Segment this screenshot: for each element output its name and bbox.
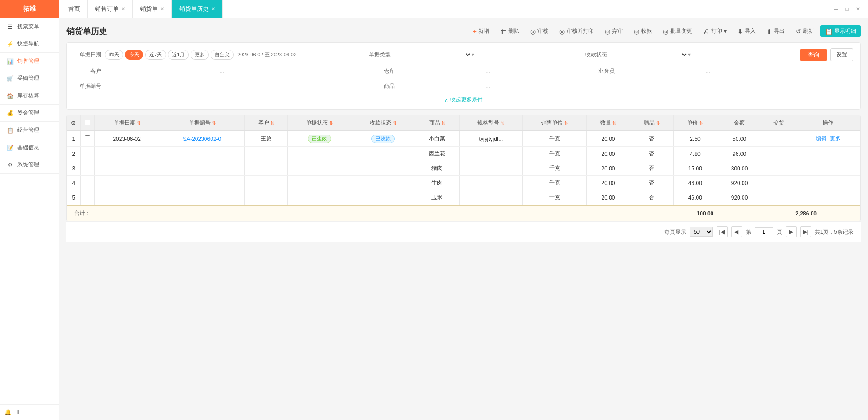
sidebar-item-ops-mgmt[interactable]: 📋 经营管理	[0, 122, 59, 139]
td-amount-4: 920.00	[717, 190, 762, 205]
sidebar-item-finance-mgmt[interactable]: 💰 资金管理	[0, 105, 59, 122]
sidebar-footer-icon1[interactable]: 🔔	[5, 409, 11, 415]
td-customer-2	[244, 161, 288, 176]
page-last-btn[interactable]: ▶|	[800, 226, 811, 237]
sidebar-item-sys-mgmt[interactable]: ⚙ 系统管理	[0, 156, 59, 174]
settings-gear-icon[interactable]: ⚙	[71, 120, 76, 126]
refresh-button[interactable]: ↺ 刷新	[791, 25, 818, 37]
filter-customer-input[interactable]	[105, 66, 214, 76]
filter-warehouse-input[interactable]	[398, 66, 480, 76]
tab-sales-history[interactable]: 销货单历史 ✕	[172, 0, 223, 18]
date-btn-7days[interactable]: 近7天	[145, 50, 166, 60]
date-btn-custom[interactable]: 自定义	[211, 50, 234, 60]
tab-sales-order-close[interactable]: ✕	[121, 6, 125, 11]
delete-button[interactable]: 🗑 删除	[496, 25, 524, 37]
chart-icon: 📊	[6, 58, 14, 65]
td-goods-0: 小白菜	[415, 131, 460, 147]
td-delivery-4	[762, 190, 796, 205]
batch-change-button[interactable]: ◎ 批量变更	[658, 25, 697, 37]
filter-goods-label: 商品	[367, 82, 395, 90]
more-btn[interactable]: 更多	[829, 135, 842, 142]
sidebar-item-sales-mgmt[interactable]: 📊 销售管理	[0, 53, 59, 70]
th-gift[interactable]: 赠品⇅	[630, 115, 673, 131]
th-pay-status[interactable]: 收款状态⇅	[351, 115, 415, 131]
date-btn-yesterday[interactable]: 昨天	[105, 50, 123, 60]
sidebar-item-search-menu[interactable]: ☰ 搜索菜单	[0, 18, 59, 35]
date-btn-1month[interactable]: 近1月	[168, 50, 189, 60]
filter-salesperson-input[interactable]	[618, 66, 700, 76]
tab-close-btn[interactable]: ✕	[853, 5, 863, 14]
th-doc-no[interactable]: 单据编号⇅	[160, 115, 244, 131]
th-doc-date[interactable]: 单据日期⇅	[94, 115, 160, 131]
filter-paystatus-select[interactable]	[612, 51, 688, 58]
page-next-btn[interactable]: ▶	[786, 226, 797, 237]
td-gift-3: 否	[630, 176, 673, 190]
th-spec[interactable]: 规格型号⇅	[459, 115, 523, 131]
doc-no-link[interactable]: SA-20230602-0	[183, 136, 221, 142]
content-area: 销货单历史 + 新增 🗑 删除 ◎ 审核 ◎ 审核并打印	[59, 18, 868, 420]
collapse-btn[interactable]: ∧ 收起更多条件	[74, 96, 853, 104]
audit-print-button[interactable]: ◎ 审核并打印	[555, 25, 598, 37]
sidebar-item-purchase-mgmt[interactable]: 🛒 采购管理	[0, 70, 59, 87]
filter-doctype-select[interactable]	[396, 51, 472, 58]
sidebar-item-label: 系统管理	[17, 161, 39, 169]
tab-sales-delivery[interactable]: 销货单 ✕	[133, 0, 172, 18]
page-first-btn[interactable]: |◀	[717, 226, 728, 237]
setting-button[interactable]: 设置	[830, 48, 853, 61]
page-prev-btn[interactable]: ◀	[731, 226, 742, 237]
audit-button[interactable]: ◎ 审核	[526, 25, 553, 37]
edit-btn[interactable]: 编辑	[815, 135, 828, 142]
td-spec-3	[459, 176, 523, 190]
customer-ellipsis[interactable]: ...	[218, 68, 226, 75]
th-doc-status[interactable]: 单据状态⇅	[288, 115, 351, 131]
page-input[interactable]	[755, 227, 773, 236]
abandon-button[interactable]: ◎ 弃审	[600, 25, 627, 37]
th-settings[interactable]: ⚙	[67, 115, 80, 131]
td-ops-3	[796, 176, 860, 190]
new-button[interactable]: + 新增	[468, 25, 494, 37]
th-unit-price[interactable]: 单价⇅	[673, 115, 717, 131]
td-qty-0: 20.00	[587, 131, 630, 147]
select-all-checkbox[interactable]	[85, 120, 90, 125]
td-unitprice-2: 15.00	[673, 161, 717, 176]
sidebar-footer-icon2[interactable]: ⏸	[15, 409, 20, 415]
tab-home[interactable]: 首页	[61, 0, 88, 18]
row-checkbox[interactable]	[85, 135, 90, 141]
tab-minimize-btn[interactable]: ─	[832, 5, 841, 14]
sidebar-item-basic-info[interactable]: 📝 基础信息	[0, 139, 59, 156]
td-spec-0: tyjyjtyjdf...	[459, 131, 523, 147]
th-qty[interactable]: 数量⇅	[587, 115, 630, 131]
tab-sales-history-close[interactable]: ✕	[211, 6, 215, 11]
filter-docno-input[interactable]	[105, 81, 214, 91]
date-btn-more[interactable]: 更多	[191, 50, 209, 60]
filter-goods-input[interactable]	[398, 81, 480, 91]
sort-icon-gift: ⇅	[656, 120, 660, 125]
sidebar-item-inventory[interactable]: 🏠 库存核算	[0, 87, 59, 105]
export-button[interactable]: ⬆ 导出	[762, 25, 789, 37]
th-customer[interactable]: 客户⇅	[244, 115, 288, 131]
print-button[interactable]: 🖨 打印 ▾	[698, 25, 731, 37]
warehouse-ellipsis[interactable]: ...	[484, 68, 492, 75]
tab-sales-delivery-close[interactable]: ✕	[161, 6, 164, 11]
sidebar-item-quick-nav[interactable]: ⚡ 快捷导航	[0, 35, 59, 53]
query-button[interactable]: 查询	[800, 49, 827, 61]
goods-ellipsis[interactable]: ...	[484, 83, 492, 90]
per-page-select[interactable]: 50 100 200	[690, 227, 713, 237]
th-unit[interactable]: 销售单位⇅	[523, 115, 587, 131]
date-btn-today[interactable]: 今天	[125, 50, 143, 60]
collapse-label: 收起更多条件	[450, 96, 483, 104]
filter-doc-date: 单据日期 昨天 今天 近7天 近1月 更多 自定义 2023-06-02 至 2…	[74, 50, 363, 60]
table-row: 5 玉米 千克 20.00 否 46.00 920.00	[67, 190, 860, 205]
import-icon: ⬇	[738, 28, 743, 35]
tab-maximize-btn[interactable]: □	[843, 5, 852, 14]
filter-row-3: 单据编号 商品 ...	[74, 81, 853, 91]
collect-button[interactable]: ◎ 收款	[629, 25, 657, 37]
salesperson-ellipsis[interactable]: ...	[704, 68, 712, 75]
show-detail-button[interactable]: 📋 显示明细	[820, 25, 861, 37]
import-button[interactable]: ⬇ 导入	[733, 25, 760, 37]
td-goods-4: 玉米	[415, 190, 460, 205]
tab-sales-order[interactable]: 销售订单 ✕	[88, 0, 133, 18]
th-goods[interactable]: 商品⇅	[415, 115, 460, 131]
per-page-label: 每页显示	[664, 228, 686, 236]
sidebar-item-label: 采购管理	[17, 75, 39, 82]
